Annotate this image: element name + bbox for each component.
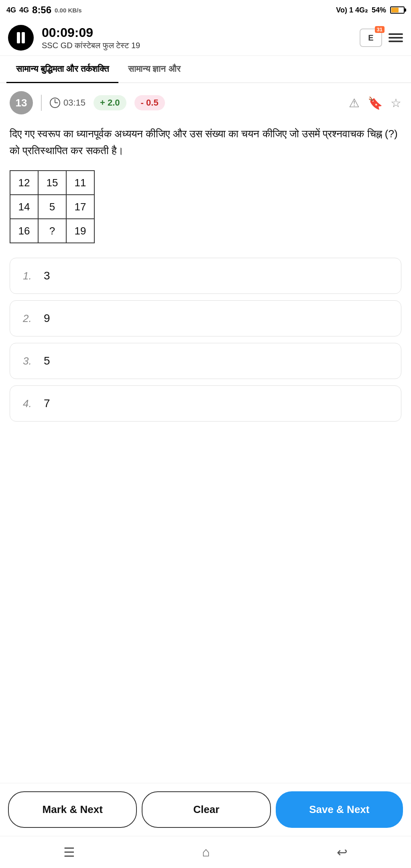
nav-home-icon[interactable]: ⌂ [202,845,210,860]
option-3-number: 3. [23,355,36,367]
status-right: Vo) 1 4G₂ 54% [336,6,405,14]
warning-icon[interactable]: ⚠ [349,96,360,110]
question-text: दिए गए स्वरूप का ध्यानपूर्वक अध्ययन कीजि… [10,126,401,159]
option-2[interactable]: 2. 9 [10,300,401,336]
option-4[interactable]: 4. 7 [10,385,401,422]
battery-percent: 54% [372,6,386,14]
divider [41,95,42,111]
pause-button[interactable] [8,25,34,51]
matrix-cell-1-2: 17 [66,195,94,219]
meta-icons: ⚠ 🔖 ☆ [349,96,401,110]
question-area: 13 03:15 + 2.0 - 0.5 ⚠ 🔖 ☆ दिए गए स्वरूप… [0,83,411,430]
matrix-cell-0-2: 11 [66,171,94,195]
matrix-row-1: 12 15 11 [10,171,94,195]
star-icon[interactable]: ☆ [391,96,401,110]
status-left: 4G 4G 8:56 0.00 KB/s [6,4,82,16]
tab-general-knowledge[interactable]: सामान्य ज्ञान और [118,56,190,82]
e-label: E [368,33,373,43]
mark-next-button[interactable]: Mark & Next [8,791,137,828]
clear-button[interactable]: Clear [142,791,271,828]
save-next-button[interactable]: Save & Next [276,791,403,828]
menu-line-3 [389,41,403,42]
nav-menu-icon[interactable]: ☰ [63,845,75,860]
menu-line-1 [389,33,403,35]
header-timer: 00:09:09 [42,25,352,40]
matrix-cell-2-0: 16 [10,219,38,243]
status-kbs: 0.00 KB/s [55,7,82,14]
nav-back-icon[interactable]: ↩ [337,845,348,860]
signal-4g-2: 4G [19,6,29,14]
option-1[interactable]: 1. 3 [10,258,401,294]
lte-label: Vo) 1 4G₂ [336,6,368,14]
tab-general-intelligence[interactable]: सामान्य बुद्धिमता और तर्कशक्ति [6,56,118,82]
menu-line-2 [389,37,403,39]
nav-bar: ☰ ⌂ ↩ [0,836,411,868]
question-meta: 13 03:15 + 2.0 - 0.5 ⚠ 🔖 ☆ [10,91,401,114]
options-list: 1. 3 2. 9 3. 5 4. 7 [10,258,401,422]
header-info: 00:09:09 SSC GD कांस्टेबल फुल टेस्ट 19 [42,25,352,50]
matrix-cell-1-1: 5 [38,195,66,219]
header-subtitle: SSC GD कांस्टेबल फुल टेस्ट 19 [42,41,352,50]
option-1-value: 3 [44,269,50,282]
e-badge: 31 [375,26,385,33]
e-button[interactable]: E 31 [360,29,382,47]
option-2-number: 2. [23,312,36,325]
status-bar: 4G 4G 8:56 0.00 KB/s Vo) 1 4G₂ 54% [0,0,411,20]
matrix-cell-2-2: 19 [66,219,94,243]
header-actions: E 31 [360,29,403,47]
option-4-value: 7 [44,397,50,410]
matrix-cell-0-0: 12 [10,171,38,195]
matrix-cell-0-1: 15 [38,171,66,195]
clock-icon [50,98,60,108]
matrix-row-3: 16 ? 19 [10,219,94,243]
bottom-buttons: Mark & Next Clear Save & Next [0,783,411,836]
option-3[interactable]: 3. 5 [10,343,401,379]
pause-icon [17,32,25,43]
option-1-number: 1. [23,270,36,282]
option-2-value: 9 [44,312,50,325]
tab-bar: सामान्य बुद्धिमता और तर्कशक्ति सामान्य ज… [0,56,411,83]
matrix-cell-1-0: 14 [10,195,38,219]
header: 00:09:09 SSC GD कांस्टेबल फुल टेस्ट 19 E… [0,20,411,56]
matrix-table: 12 15 11 14 5 17 16 ? 19 [10,170,95,243]
negative-mark-badge: - 0.5 [134,95,165,110]
matrix-row-2: 14 5 17 [10,195,94,219]
signal-4g-1: 4G [6,6,16,14]
question-timer: 03:15 [50,98,85,108]
bookmark-icon[interactable]: 🔖 [368,96,383,110]
menu-icon[interactable] [389,33,403,42]
matrix-cell-2-1: ? [38,219,66,243]
content-area: 13 03:15 + 2.0 - 0.5 ⚠ 🔖 ☆ दिए गए स्वरूप… [0,83,411,510]
battery-icon [390,6,405,14]
option-3-value: 5 [44,355,50,367]
option-4-number: 4. [23,397,36,410]
status-time: 8:56 [32,4,51,16]
question-number: 13 [10,91,33,114]
positive-mark-badge: + 2.0 [94,95,126,110]
